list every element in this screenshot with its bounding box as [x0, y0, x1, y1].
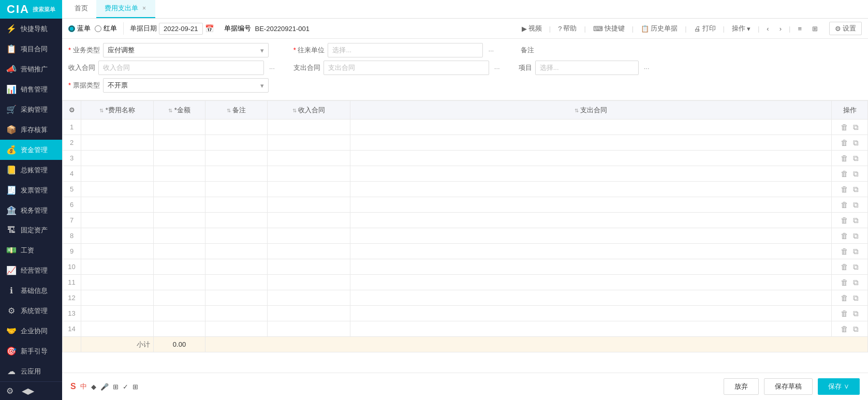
delete-row-icon[interactable]: 🗑	[839, 324, 850, 333]
view-list-btn[interactable]: ≡	[795, 24, 805, 34]
copy-row-icon[interactable]: ⧉	[851, 169, 860, 178]
tab-expense-form[interactable]: 费用支出单 ×	[96, 0, 155, 18]
counterpart-input[interactable]: 选择...	[328, 43, 483, 57]
close-tab-icon[interactable]: ×	[141, 5, 147, 12]
expense-name-cell[interactable]	[81, 120, 154, 135]
save-draft-button[interactable]: 保存草稿	[764, 378, 813, 395]
remark-cell[interactable]	[205, 120, 268, 135]
income-contract-cell[interactable]	[268, 321, 350, 337]
remark-cell[interactable]	[205, 197, 268, 213]
amount-cell[interactable]	[154, 244, 205, 259]
radio-blue-label[interactable]: 蓝单	[68, 24, 91, 33]
copy-row-icon[interactable]: ⧉	[851, 216, 860, 225]
save-button[interactable]: 保存 ∨	[818, 378, 860, 395]
delete-row-icon[interactable]: 🗑	[839, 200, 850, 209]
remark-cell[interactable]	[205, 306, 268, 321]
delete-row-icon[interactable]: 🗑	[839, 138, 850, 147]
remark-cell[interactable]	[205, 228, 268, 244]
view-grid-btn[interactable]: ⊞	[809, 24, 821, 34]
shortcut-btn[interactable]: ⌨ 快捷键	[590, 23, 628, 34]
copy-row-icon[interactable]: ⧉	[851, 185, 860, 194]
tab-home[interactable]: 首页	[66, 0, 96, 18]
calendar-icon[interactable]: 📅	[205, 24, 214, 33]
remark-cell[interactable]	[205, 321, 268, 337]
remark-cell[interactable]	[205, 213, 268, 228]
expense-name-cell[interactable]	[81, 290, 154, 306]
sidebar-item-purchase-mgmt[interactable]: 🛒 采购管理	[0, 99, 62, 120]
print-btn[interactable]: 🖨 打印	[691, 23, 719, 34]
volume-icon[interactable]: ◀▶	[22, 386, 34, 396]
sidebar-item-fund-mgmt[interactable]: 💰 资金管理	[0, 140, 62, 160]
income-contract-cell[interactable]	[268, 197, 350, 213]
income-contract-cell[interactable]	[268, 182, 350, 197]
expense-contract-cell[interactable]	[350, 275, 832, 290]
income-contract-more-btn[interactable]: ···	[267, 64, 277, 72]
remark-cell[interactable]	[205, 275, 268, 290]
expense-name-cell[interactable]	[81, 182, 154, 197]
delete-row-icon[interactable]: 🗑	[839, 169, 850, 178]
expense-name-cell[interactable]	[81, 321, 154, 337]
delete-row-icon[interactable]: 🗑	[839, 123, 850, 131]
delete-row-icon[interactable]: 🗑	[839, 185, 850, 194]
remark-cell[interactable]	[205, 290, 268, 306]
remark-cell[interactable]	[205, 182, 268, 197]
settings-button[interactable]: ⚙ 设置	[829, 22, 862, 35]
expense-name-cell[interactable]	[81, 228, 154, 244]
expense-contract-cell[interactable]	[350, 259, 832, 275]
sidebar-item-fixed-assets[interactable]: 🏗 固定资产	[0, 220, 62, 240]
amount-sort[interactable]: ⇅	[168, 108, 172, 113]
settings-icon[interactable]: ⚙	[6, 386, 13, 396]
expense-contract-cell[interactable]	[350, 290, 832, 306]
sidebar-item-salary[interactable]: 💵 工资	[0, 240, 62, 260]
copy-row-icon[interactable]: ⧉	[851, 293, 860, 302]
sidebar-item-basic-info[interactable]: ℹ 基础信息	[0, 280, 62, 301]
amount-cell[interactable]	[154, 259, 205, 275]
expense-name-cell[interactable]	[81, 135, 154, 151]
expense-contract-cell[interactable]	[350, 321, 832, 337]
sidebar-item-tax-mgmt[interactable]: 🏦 税务管理	[0, 200, 62, 220]
sidebar-item-inventory[interactable]: 📦 库存核算	[0, 120, 62, 140]
delete-row-icon[interactable]: 🗑	[839, 262, 850, 271]
delete-row-icon[interactable]: 🗑	[839, 309, 850, 318]
delete-row-icon[interactable]: 🗑	[839, 154, 850, 162]
date-value[interactable]: 2022-09-21	[159, 23, 203, 35]
expense-name-cell[interactable]	[81, 213, 154, 228]
nav-prev-btn[interactable]: ‹	[763, 24, 772, 34]
sidebar-item-business-mgmt[interactable]: 📈 经营管理	[0, 260, 62, 280]
copy-row-icon[interactable]: ⧉	[851, 278, 860, 287]
amount-cell[interactable]	[154, 120, 205, 135]
expense-contract-cell[interactable]	[350, 120, 832, 135]
video-btn[interactable]: ▶ 视频	[519, 23, 545, 34]
copy-row-icon[interactable]: ⧉	[851, 262, 860, 271]
counterpart-more-btn[interactable]: ···	[486, 47, 496, 54]
expense-contract-more-btn[interactable]: ···	[492, 64, 502, 72]
copy-row-icon[interactable]: ⧉	[851, 200, 860, 209]
radio-red-input[interactable]	[95, 25, 101, 32]
sidebar-item-sales-promotion[interactable]: 📣 营销推广	[0, 59, 62, 79]
invoice-type-select[interactable]: 不开票 ▾	[103, 78, 269, 93]
remark-sort[interactable]: ⇅	[227, 108, 231, 113]
radio-red-label[interactable]: 红单	[95, 24, 117, 33]
discard-button[interactable]: 放弃	[724, 378, 759, 395]
sidebar-item-system-mgmt[interactable]: ⚙ 系统管理	[0, 301, 62, 321]
remark-cell[interactable]	[205, 135, 268, 151]
project-input[interactable]: 选择...	[535, 61, 639, 75]
expense-contract-cell[interactable]	[350, 244, 832, 259]
sidebar-item-sales-mgmt[interactable]: 📊 销售管理	[0, 79, 62, 99]
delete-row-icon[interactable]: 🗑	[839, 293, 850, 302]
amount-cell[interactable]	[154, 228, 205, 244]
amount-cell[interactable]	[154, 290, 205, 306]
expense-contract-input[interactable]: 支出合同	[323, 61, 489, 75]
expense-name-cell[interactable]	[81, 197, 154, 213]
delete-row-icon[interactable]: 🗑	[839, 278, 850, 287]
project-more-btn[interactable]: ···	[642, 64, 652, 72]
income-contract-cell[interactable]	[268, 275, 350, 290]
copy-row-icon[interactable]: ⧉	[851, 123, 860, 131]
business-type-select[interactable]: 应付调整 ▾	[103, 43, 269, 57]
expense-contract-cell[interactable]	[350, 197, 832, 213]
expense-contract-cell[interactable]	[350, 166, 832, 182]
sidebar-item-invoice-mgmt[interactable]: 🧾 发票管理	[0, 180, 62, 200]
copy-row-icon[interactable]: ⧉	[851, 231, 860, 240]
copy-row-icon[interactable]: ⧉	[851, 247, 860, 256]
sidebar-item-cloud-apps[interactable]: ☁ 云应用	[0, 361, 62, 381]
